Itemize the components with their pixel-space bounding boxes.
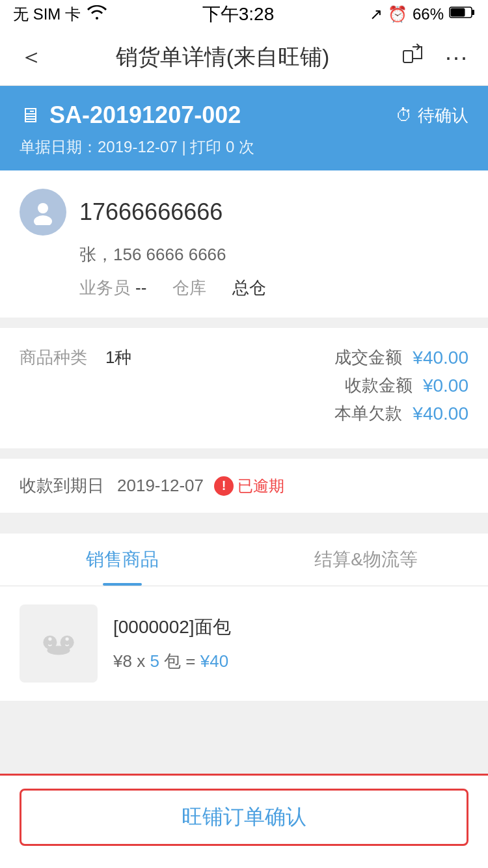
transaction-label: 成交金额 bbox=[334, 346, 402, 369]
order-status: ⏱ 待确认 bbox=[396, 104, 468, 127]
svg-point-5 bbox=[34, 215, 52, 225]
balance-label: 本单欠款 bbox=[334, 402, 402, 425]
order-header: 🖥 SA-20191207-002 ⏱ 待确认 单据日期：2019-12-07 … bbox=[0, 86, 488, 170]
product-info: [0000002]面包 ¥8 x 5 包 = ¥40 bbox=[113, 615, 468, 673]
customer-top: 17666666666 bbox=[20, 189, 468, 236]
receipt-value: ¥0.00 bbox=[423, 375, 468, 396]
balance-row: 本单欠款 ¥40.00 bbox=[286, 402, 468, 425]
product-item: [0000002]面包 ¥8 x 5 包 = ¥40 bbox=[0, 586, 488, 701]
transaction-row: 成交金额 ¥40.00 bbox=[286, 346, 468, 369]
battery-level: 66% bbox=[413, 5, 444, 23]
tab-products[interactable]: 销售商品 bbox=[0, 534, 244, 586]
receipt-label: 收款金额 bbox=[345, 374, 413, 397]
product-qty: 5 bbox=[150, 651, 159, 671]
section-divider-2 bbox=[0, 448, 488, 459]
balance-value: ¥40.00 bbox=[413, 403, 468, 424]
customer-section: 17666666666 张，156 6666 6666 业务员 -- 仓库 总仓 bbox=[0, 170, 488, 318]
transaction-value: ¥40.00 bbox=[413, 347, 468, 368]
tab-products-label: 销售商品 bbox=[86, 547, 159, 572]
info-divider: 仓库 bbox=[172, 277, 206, 299]
section-divider-1 bbox=[0, 318, 488, 328]
battery-icon bbox=[449, 5, 475, 23]
order-icon: 🖥 bbox=[20, 103, 40, 128]
print-separator: | bbox=[182, 138, 190, 156]
svg-point-8 bbox=[47, 646, 70, 655]
status-bar-left: 无 SIM 卡 bbox=[13, 4, 107, 25]
confirm-order-button[interactable]: 旺铺订单确认 bbox=[20, 789, 468, 846]
svg-point-10 bbox=[66, 637, 69, 640]
status-bar-right: ↗ ⏰ 66% bbox=[370, 5, 475, 23]
product-type-label: 商品种类 bbox=[20, 346, 98, 369]
svg-rect-1 bbox=[472, 10, 474, 15]
overdue-text: 已逾期 bbox=[237, 476, 284, 496]
summary-row: 商品种类 1种 成交金额 ¥40.00 收款金额 ¥0.00 本单欠款 ¥40.… bbox=[20, 346, 468, 430]
svg-point-4 bbox=[38, 203, 48, 213]
warehouse-value: 总仓 bbox=[232, 277, 266, 299]
due-section: 收款到期日 2019-12-07 ! 已逾期 bbox=[0, 459, 488, 513]
section-divider-3 bbox=[0, 513, 488, 523]
clock-icon: ⏱ bbox=[396, 105, 413, 126]
order-date: 单据日期：2019-12-07 bbox=[20, 138, 178, 156]
order-id: SA-20191207-002 bbox=[49, 102, 241, 129]
share-icon[interactable] bbox=[402, 43, 426, 71]
sim-status: 无 SIM 卡 bbox=[13, 4, 81, 25]
receipt-row: 收款金额 ¥0.00 bbox=[286, 374, 468, 397]
back-button[interactable]: ＜ bbox=[20, 41, 43, 73]
tabs-section: 销售商品 结算&物流等 bbox=[0, 534, 488, 586]
customer-info-row: 业务员 -- 仓库 总仓 bbox=[79, 277, 468, 299]
print-info: 打印 0 次 bbox=[190, 138, 254, 156]
nav-bar-actions: ··· bbox=[402, 43, 468, 71]
order-meta: 单据日期：2019-12-07 | 打印 0 次 bbox=[20, 137, 468, 157]
more-icon[interactable]: ··· bbox=[445, 44, 468, 71]
sales-label: 业务员 bbox=[79, 277, 130, 299]
location-icon: ↗ bbox=[370, 5, 383, 23]
status-bar-time: 下午3:28 bbox=[202, 2, 275, 27]
avatar bbox=[20, 189, 66, 236]
product-total: ¥40 bbox=[200, 651, 228, 671]
tab-settlement-label: 结算&物流等 bbox=[314, 547, 418, 572]
alarm-icon: ⏰ bbox=[388, 5, 407, 23]
product-name: [0000002]面包 bbox=[113, 615, 468, 640]
wifi-icon bbox=[87, 5, 107, 23]
product-type-value: 1种 bbox=[105, 346, 131, 369]
product-type-row: 商品种类 1种 bbox=[20, 346, 273, 369]
confirm-button-wrapper: 旺铺订单确认 bbox=[0, 774, 488, 868]
summary-left: 商品种类 1种 bbox=[20, 346, 273, 369]
overdue-badge: ! 已逾期 bbox=[214, 476, 284, 496]
customer-name: 张，156 6666 6666 bbox=[79, 243, 468, 266]
svg-point-9 bbox=[48, 637, 51, 640]
product-price: ¥8 x 5 包 = ¥40 bbox=[113, 651, 228, 671]
svg-rect-3 bbox=[403, 51, 413, 62]
due-date-label: 收款到期日 bbox=[20, 474, 104, 497]
nav-bar: ＜ 销货单详情(来自旺铺) ··· bbox=[0, 29, 488, 86]
product-section: [0000002]面包 ¥8 x 5 包 = ¥40 bbox=[0, 586, 488, 701]
product-price-row: ¥8 x 5 包 = ¥40 bbox=[113, 650, 468, 673]
svg-rect-2 bbox=[451, 8, 465, 17]
product-image bbox=[20, 604, 98, 683]
page-title: 销货单详情(来自旺铺) bbox=[116, 42, 330, 72]
summary-right: 成交金额 ¥40.00 收款金额 ¥0.00 本单欠款 ¥40.00 bbox=[286, 346, 468, 430]
tabs-row: 销售商品 结算&物流等 bbox=[0, 534, 488, 586]
tab-settlement[interactable]: 结算&物流等 bbox=[244, 534, 488, 586]
status-text: 待确认 bbox=[418, 104, 468, 127]
status-bar: 无 SIM 卡 下午3:28 ↗ ⏰ 66% bbox=[0, 0, 488, 29]
sales-value: -- bbox=[135, 278, 146, 298]
customer-phone: 17666666666 bbox=[79, 198, 223, 226]
overdue-icon: ! bbox=[214, 476, 234, 496]
summary-section: 商品种类 1种 成交金额 ¥40.00 收款金额 ¥0.00 本单欠款 ¥40.… bbox=[0, 328, 488, 448]
order-header-top: 🖥 SA-20191207-002 ⏱ 待确认 bbox=[20, 102, 468, 129]
due-date-value: 2019-12-07 bbox=[117, 476, 204, 496]
